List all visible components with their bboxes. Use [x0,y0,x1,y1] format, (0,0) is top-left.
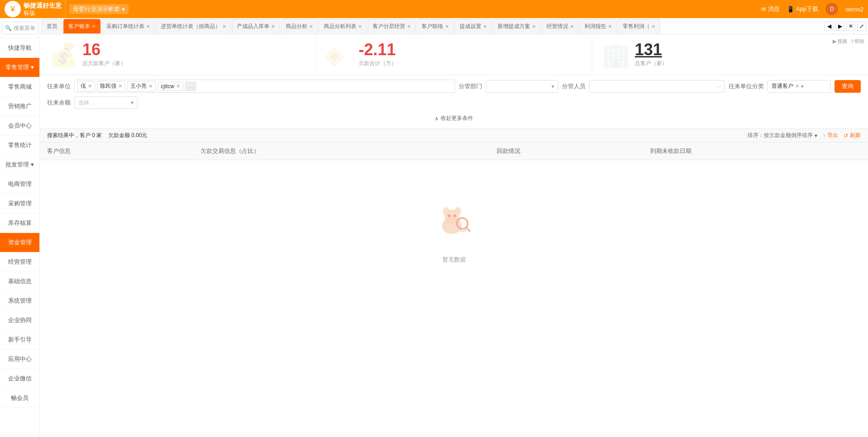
tab-close-all-btn[interactable]: ✕ [846,22,855,31]
filter-tag-cjttcw-text: cjttcw [161,83,174,90]
tab-promotion-settings-close[interactable]: ✕ [483,24,487,29]
unit-filter-more-btn[interactable]: ... [185,82,196,91]
sidebar-item-operations[interactable]: 经营管理 [0,252,39,272]
tab-fullscreen-btn[interactable]: ⤢ [857,22,866,31]
collapse-btn[interactable]: ∧ 收起更多条件 [435,114,473,122]
tab-new-promotion-plan[interactable]: 新增提成方案 ✕ [493,19,541,33]
balance-filter-dropdown[interactable]: 选择... ▾ [74,96,138,109]
empty-icon [432,196,477,250]
sidebar-search-btn[interactable]: 🔍 搜索菜单 [2,22,38,34]
tab-new-promotion-plan-close[interactable]: ✕ [532,24,536,29]
tab-next-btn[interactable]: ▶ [835,22,844,31]
unit-class-filter-dropdown[interactable]: 普通客户 ✕ ▾ [767,80,831,93]
customer-count: 0 [92,132,95,138]
tab-product-warehousing-label: 产成品入库单 [237,23,269,30]
tab-retail-profit-label: 零售利润（ [623,23,650,30]
sort-btn[interactable]: 排序：按欠款金额倒序排序 ▾ [748,132,817,139]
unit-class-filter-arrow: ▾ [801,83,804,90]
tab-prev-btn[interactable]: ◀ [825,22,834,31]
tab-stock-stats[interactable]: 进货单统计表（按商品） ✕ [156,19,231,33]
stats-section: 💰 16 总欠款客户（家） ◈ -2.11 欠款合计（万） 🏢 [40,34,868,75]
message-btn[interactable]: ✉ 消息 [761,5,780,13]
sidebar-item-enterprise-coop[interactable]: 企业协同 [0,311,39,330]
dept-filter-dropdown[interactable]: ▾ [486,80,558,93]
collapse-icon: ∧ [435,115,439,122]
filter-tag-normal-delete[interactable]: ✕ [795,83,799,89]
sidebar-item-enterprise-wechat[interactable]: 企业微信 [0,369,39,389]
tab-operations-status[interactable]: 经营情况 ✕ [542,19,579,33]
tab-customer-contact-close[interactable]: ✕ [445,24,449,29]
sidebar-item-new-guide[interactable]: 新手引导 [0,330,39,350]
store-selector[interactable]: 母婴行业演示帐套 ▾ [69,4,129,14]
tab-home[interactable]: 首页 [42,19,62,33]
tab-purchase-order-stats[interactable]: 采购订单统计表 ✕ [101,19,155,33]
sidebar-item-retail-mgmt[interactable]: 零售管理 ▾ [0,58,39,77]
sidebar-item-inventory[interactable]: 库存核算 [0,214,39,233]
tab-promotion-settings-label: 提成设置 [460,23,481,30]
sidebar-item-member-center[interactable]: 会员中心 [0,116,39,136]
tab-product-analysis-close[interactable]: ✕ [309,24,313,29]
avatar[interactable]: D [825,3,838,15]
tab-promotion-settings[interactable]: 提成设置 ✕ [455,19,492,33]
help-icon: ? [851,39,854,44]
username[interactable]: demo2 [845,6,863,13]
tab-stock-stats-label: 进货单统计表（按商品） [161,23,221,30]
person-filter-dropdown[interactable]: ··· [589,80,725,93]
tab-retail-profit[interactable]: 零售利润（ ✕ [618,19,660,33]
tab-customer-segment-close[interactable]: ✕ [407,24,411,29]
tab-product-analysis-list-label: 商品分析列表 [324,23,356,30]
tab-customer-book-close[interactable]: ✕ [92,24,96,29]
logo-line1: 畅捷通好生意 [24,2,62,10]
search-icon: 🔍 [5,25,12,31]
empty-state: 暂无数据 [40,160,868,300]
sidebar-item-member-plus[interactable]: 畅会员 [0,389,39,408]
tab-customer-segment[interactable]: 客户分层经营 ✕ [368,19,416,33]
sidebar-item-finance[interactable]: 资金管理 [0,233,39,252]
tab-purchase-order-stats-close[interactable]: ✕ [146,24,150,29]
export-btn[interactable]: ↑ 导出 [823,132,838,139]
sidebar-item-ecommerce[interactable]: 电商管理 [0,175,39,194]
tab-product-analysis-list[interactable]: 商品分析列表 ✕ [319,19,367,33]
sidebar-item-marketing[interactable]: 营销推广 [0,97,39,116]
sidebar-item-app-center[interactable]: 应用中心 [0,350,39,369]
sort-icon: ▾ [815,133,817,139]
filter-tag-cuo-delete[interactable]: ✕ [88,83,92,89]
sidebar-item-wholesale-mgmt[interactable]: 批发管理 ▾ [0,155,39,175]
tab-stock-stats-close[interactable]: ✕ [222,24,226,29]
sidebar-item-quick-nav[interactable]: 快捷导航 [0,38,39,58]
query-btn[interactable]: 查询 [834,80,861,93]
filter-tag-wang-delete[interactable]: ✕ [149,83,153,89]
tab-operations-status-close[interactable]: ✕ [570,24,574,29]
sidebar-item-system[interactable]: 系统管理 [0,291,39,311]
content-area: 首页 客户账本 ✕ 采购订单统计表 ✕ 进货单统计表（按商品） ✕ 产成品入库单… [40,18,868,437]
filter-tag-cjttcw-delete[interactable]: ✕ [176,83,180,89]
refresh-btn[interactable]: ↺ 刷新 [844,132,861,139]
arrear-amount-label: 欠款金额 [108,132,130,138]
divider [65,0,66,18]
empty-illustration [432,196,477,242]
sidebar-item-retail-stats[interactable]: 零售统计 [0,136,39,155]
video-btn[interactable]: ▶ 视频 [833,38,847,45]
tab-product-warehousing-close[interactable]: ✕ [271,24,275,29]
tab-customer-book[interactable]: 客户账本 ✕ [63,19,101,33]
help-btn[interactable]: ? 帮助 [851,38,864,45]
tab-product-warehousing[interactable]: 产成品入库单 ✕ [232,19,280,33]
tab-profit-report[interactable]: 利润报告 ✕ [580,19,617,33]
tab-product-analysis[interactable]: 商品分析 ✕ [281,19,318,33]
sidebar-item-operations-label: 经营管理 [8,258,32,265]
tab-retail-profit-close[interactable]: ✕ [652,24,655,29]
results-actions: 排序：按欠款金额倒序排序 ▾ ↑ 导出 ↺ 刷新 [748,132,861,139]
tab-product-analysis-list-close[interactable]: ✕ [358,24,362,29]
svg-point-7 [453,214,456,217]
sidebar-item-retail-mall[interactable]: 零售商城 [0,77,39,97]
sidebar-item-purchase[interactable]: 采购管理 [0,194,39,214]
table-wrapper: 客户信息 欠款交易信息（占比） 回款情况 到期未收款日期 [40,142,868,437]
app-download-btn[interactable]: 📱 App下载 [787,5,818,13]
store-selector-arrow: ▾ [122,6,125,13]
tab-customer-contact[interactable]: 客户联络 ✕ [417,19,454,33]
tab-profit-report-close[interactable]: ✕ [608,24,612,29]
unit-filter-input-area[interactable]: 佤 ✕ 陈民强 ✕ 王小亮 ✕ cjttcw ✕ [74,80,455,93]
sidebar-item-basic-info[interactable]: 基础信息 [0,272,39,291]
filter-tag-chen-delete[interactable]: ✕ [118,83,122,89]
store-name: 母婴行业演示帐套 [73,5,120,13]
